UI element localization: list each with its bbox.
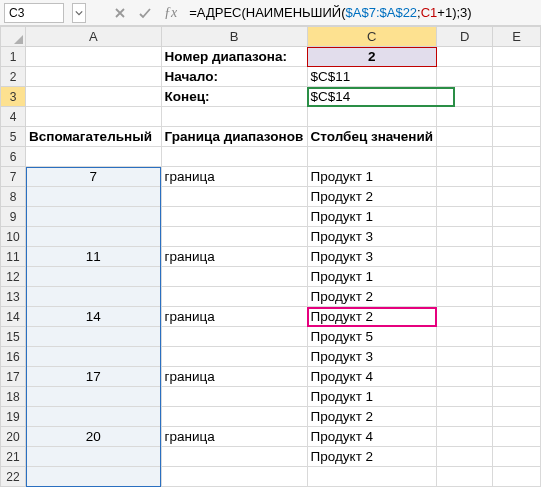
cell[interactable] <box>493 427 541 447</box>
cell[interactable] <box>26 107 162 127</box>
cell[interactable] <box>307 147 437 167</box>
cell-value[interactable]: Продукт 2 <box>307 287 437 307</box>
row-header[interactable]: 7 <box>1 167 26 187</box>
cell[interactable] <box>437 407 493 427</box>
cell-start-value[interactable]: $C$11 <box>307 67 437 87</box>
cell[interactable] <box>437 447 493 467</box>
cell[interactable] <box>437 147 493 167</box>
cell[interactable] <box>493 467 541 487</box>
cell-value[interactable]: Продукт 4 <box>307 427 437 447</box>
cell-value[interactable]: Продукт 2 <box>307 407 437 427</box>
cell-aux[interactable] <box>26 407 162 427</box>
cell[interactable] <box>493 87 541 107</box>
cell[interactable] <box>493 247 541 267</box>
row-header[interactable]: 8 <box>1 187 26 207</box>
cell-boundary[interactable] <box>161 267 307 287</box>
cell[interactable] <box>493 147 541 167</box>
cell-aux[interactable] <box>26 267 162 287</box>
cell-range-number-label[interactable]: Номер диапазона: <box>161 47 307 67</box>
row-header[interactable]: 6 <box>1 147 26 167</box>
row-header[interactable]: 9 <box>1 207 26 227</box>
cell-end-value[interactable]: $C$14 <box>307 87 437 107</box>
row-header[interactable]: 19 <box>1 407 26 427</box>
cell[interactable] <box>161 107 307 127</box>
cell[interactable] <box>493 387 541 407</box>
cell-aux[interactable] <box>26 187 162 207</box>
cell-boundary[interactable] <box>161 467 307 487</box>
cancel-icon[interactable] <box>114 7 126 19</box>
enter-icon[interactable] <box>138 7 152 19</box>
row-header[interactable]: 1 <box>1 47 26 67</box>
row-header[interactable]: 13 <box>1 287 26 307</box>
cell-aux[interactable] <box>26 467 162 487</box>
cell[interactable] <box>493 447 541 467</box>
cell-boundary[interactable] <box>161 347 307 367</box>
cell-boundary[interactable]: граница <box>161 427 307 447</box>
row-header[interactable]: 21 <box>1 447 26 467</box>
cell[interactable] <box>493 67 541 87</box>
cell-value[interactable]: Продукт 3 <box>307 227 437 247</box>
row-header[interactable]: 4 <box>1 107 26 127</box>
row-header[interactable]: 12 <box>1 267 26 287</box>
cell[interactable] <box>493 367 541 387</box>
cell-boundary[interactable] <box>161 227 307 247</box>
cell[interactable] <box>26 47 162 67</box>
select-all-corner[interactable] <box>1 27 26 47</box>
cell-value[interactable]: Продукт 2 <box>307 187 437 207</box>
cell[interactable] <box>437 267 493 287</box>
col-header-b[interactable]: B <box>161 27 307 47</box>
row-header[interactable]: 10 <box>1 227 26 247</box>
cell-aux[interactable] <box>26 447 162 467</box>
cell-value[interactable] <box>307 467 437 487</box>
cell[interactable] <box>437 247 493 267</box>
row-header[interactable]: 11 <box>1 247 26 267</box>
cell-aux[interactable]: 7 <box>26 167 162 187</box>
cell[interactable] <box>437 187 493 207</box>
cell-value[interactable]: Продукт 4 <box>307 367 437 387</box>
cell[interactable] <box>26 147 162 167</box>
cell[interactable] <box>437 107 493 127</box>
cell[interactable] <box>437 167 493 187</box>
cell[interactable] <box>493 227 541 247</box>
cell-boundary[interactable]: граница <box>161 307 307 327</box>
row-header[interactable]: 16 <box>1 347 26 367</box>
cell[interactable] <box>161 147 307 167</box>
cell[interactable] <box>437 387 493 407</box>
name-box-dropdown[interactable] <box>72 3 86 23</box>
cell[interactable] <box>26 87 162 107</box>
col-header-d[interactable]: D <box>437 27 493 47</box>
row-header[interactable]: 17 <box>1 367 26 387</box>
row-header[interactable]: 2 <box>1 67 26 87</box>
cell[interactable] <box>437 47 493 67</box>
cell[interactable] <box>493 187 541 207</box>
col-header-c[interactable]: C <box>307 27 437 47</box>
cell-value[interactable]: Продукт 3 <box>307 347 437 367</box>
cell-aux[interactable] <box>26 207 162 227</box>
cell[interactable] <box>437 347 493 367</box>
cell[interactable] <box>437 287 493 307</box>
cell-aux[interactable] <box>26 387 162 407</box>
cell-end-label[interactable]: Конец: <box>161 87 307 107</box>
cell[interactable] <box>437 127 493 147</box>
cell-boundary[interactable] <box>161 447 307 467</box>
cell-aux[interactable] <box>26 227 162 247</box>
cell[interactable] <box>437 467 493 487</box>
header-aux[interactable]: Вспомагательный <box>26 127 162 147</box>
header-values[interactable]: Столбец значений <box>307 127 437 147</box>
cell-aux[interactable]: 20 <box>26 427 162 447</box>
cell-value[interactable]: Продукт 3 <box>307 247 437 267</box>
cell[interactable] <box>307 107 437 127</box>
row-header[interactable]: 22 <box>1 467 26 487</box>
cell-boundary[interactable]: граница <box>161 367 307 387</box>
formula-input[interactable]: =АДРЕС(НАИМЕНЬШИЙ($A$7:$A$22;C1+1);3) <box>185 5 537 20</box>
row-header[interactable]: 3 <box>1 87 26 107</box>
row-header[interactable]: 14 <box>1 307 26 327</box>
cell[interactable] <box>493 127 541 147</box>
cell[interactable] <box>437 327 493 347</box>
col-header-a[interactable]: A <box>26 27 162 47</box>
fx-icon[interactable]: ƒx <box>164 5 177 21</box>
cell-boundary[interactable] <box>161 207 307 227</box>
cell-boundary[interactable] <box>161 387 307 407</box>
cell-value[interactable]: Продукт 2 <box>307 447 437 467</box>
row-header[interactable]: 15 <box>1 327 26 347</box>
